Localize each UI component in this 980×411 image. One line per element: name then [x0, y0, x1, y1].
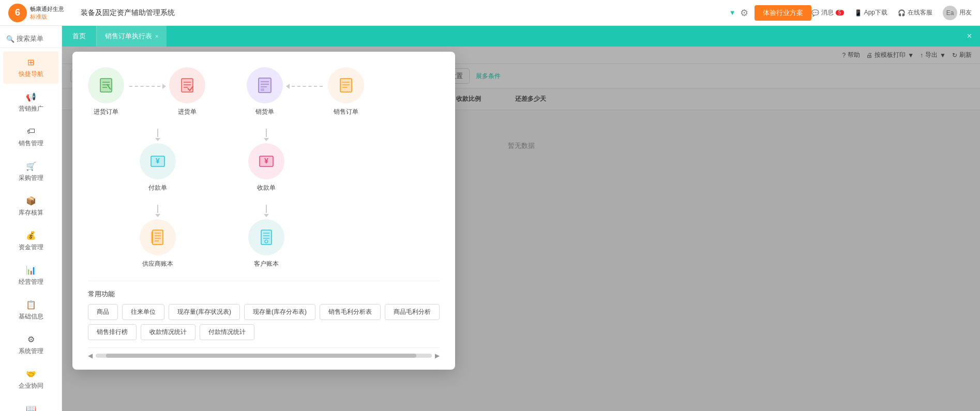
flow-row-3: 供应商账本: [140, 205, 440, 268]
trial-button[interactable]: 体验行业方案: [755, 5, 811, 21]
sidebar-item-basic[interactable]: 📋 基础信息: [3, 294, 58, 326]
cf-btn-stock-dist[interactable]: 现存量(库存分布表): [244, 304, 315, 320]
flow-node-purchase-order[interactable]: 进货订单: [88, 67, 124, 116]
app-download-item[interactable]: 📱 App下载: [854, 8, 887, 17]
cf-btn-product[interactable]: 商品: [88, 304, 118, 320]
cf-btn-sales-margin[interactable]: 销售毛利分析表: [320, 304, 381, 320]
cf-buttons-row1: 商品 往来单位 现存量(库存状况表) 现存量(库存分布表) 销售毛利分析表 商品…: [88, 304, 440, 320]
inventory-icon: 📦: [25, 195, 37, 206]
svg-rect-10: [259, 78, 271, 93]
scrollbar-thumb: [106, 354, 416, 358]
sidebar-item-system[interactable]: ⚙ 系统管理: [3, 328, 58, 361]
flow-receipt-col: ¥ 收款单: [248, 129, 284, 192]
sidebar-item-sales[interactable]: 🏷 销售管理: [3, 120, 58, 153]
svg-rect-0: [100, 79, 112, 92]
svg-rect-27: [153, 230, 163, 245]
customer-ledger-circle: [248, 219, 284, 255]
user-item[interactable]: Ea 用友: [943, 6, 972, 20]
window-close-icon[interactable]: ×: [967, 32, 972, 41]
app-icon: 📱: [854, 9, 862, 17]
system-title: 装备及固定资产辅助管理系统: [81, 8, 729, 18]
cf-btn-partner[interactable]: 往来单位: [122, 304, 164, 320]
purchase-order-circle: [88, 67, 124, 103]
logo-icon: 6: [8, 4, 27, 22]
sidebar-item-inventory[interactable]: 📦 库存核算: [3, 190, 58, 222]
flow-node-sales-bill[interactable]: 销货单: [247, 67, 283, 116]
flow-supplier-col: 供应商账本: [140, 205, 176, 268]
top-header: 6 畅康通好生意 标准版 装备及固定资产辅助管理系统 ▼ ⚙ 体验行业方案 💬 …: [0, 0, 980, 26]
supplier-ledger-label: 供应商账本: [142, 260, 173, 268]
cf-btn-receipt-stats[interactable]: 收款情况统计: [141, 324, 195, 340]
cf-buttons-row2: 销售排行榜 收款情况统计 付款情况统计: [88, 324, 440, 340]
online-service-item[interactable]: 🎧 在线客服: [898, 8, 932, 17]
scroll-right-icon[interactable]: ▶: [435, 352, 440, 359]
scrollbar-track[interactable]: [96, 354, 432, 358]
settings-btn[interactable]: ⚙: [740, 7, 748, 19]
modal-scrollbar: ◀ ▶: [88, 347, 440, 359]
operation-icon: 📊: [25, 264, 37, 276]
avatar: Ea: [943, 6, 957, 20]
purchase-order-label: 进货订单: [94, 108, 118, 116]
scroll-left-icon[interactable]: ◀: [88, 352, 93, 359]
flow-node-sales-order[interactable]: 销售订单: [328, 67, 364, 116]
flow-left: 进货订单: [88, 67, 205, 116]
purchase-bill-circle: [169, 67, 205, 103]
flow-right: 销货单: [247, 67, 364, 116]
sidebar: 🔍 搜索菜单 ⊞ 快捷导航 📢 营销推广 🏷 销售管理 🛒 采购管理 📦 库存核…: [0, 26, 62, 411]
svg-rect-16: [340, 79, 352, 92]
flow-node-payment[interactable]: ¥ 付款单: [140, 143, 176, 192]
cooperation-icon: 🤝: [25, 368, 37, 379]
sidebar-item-quick-nav[interactable]: ⊞ 快捷导航: [3, 51, 58, 84]
sidebar-item-marketing[interactable]: 📢 营销推广: [3, 86, 58, 118]
guide-icon: 📖: [25, 403, 37, 411]
tab-bar: 首页 销售订单执行表 × ×: [62, 26, 980, 47]
system-controls: ▼ ⚙: [729, 7, 748, 19]
dropdown-btn[interactable]: ▼: [729, 9, 736, 17]
flow-node-receipt[interactable]: ¥ 收款单: [248, 143, 284, 192]
arrow-purchase-to-bill: [127, 84, 166, 89]
svg-text:¥: ¥: [264, 157, 268, 165]
modal-box: 进货订单: [72, 52, 455, 370]
flow-diagram-row: 进货订单: [88, 67, 440, 116]
tab-close-icon[interactable]: ×: [155, 33, 158, 39]
supplier-ledger-circle: [140, 219, 176, 255]
service-icon: 🎧: [898, 9, 906, 17]
purchase-icon: 🛒: [25, 160, 37, 172]
sidebar-search[interactable]: 🔍 搜索菜单: [0, 30, 62, 48]
sidebar-item-finance[interactable]: 💰 资金管理: [3, 224, 58, 257]
cf-btn-stock-status[interactable]: 现存量(库存状况表): [169, 304, 240, 320]
common-functions-title: 常用功能: [88, 290, 440, 299]
sidebar-item-purchase[interactable]: 🛒 采购管理: [3, 155, 58, 188]
sales-order-label: 销售订单: [334, 108, 358, 116]
receipt-label: 收款单: [257, 184, 276, 192]
sales-order-circle: [328, 67, 364, 103]
cf-btn-sales-rank[interactable]: 销售排行榜: [88, 324, 137, 340]
message-item[interactable]: 💬 消息 5: [811, 8, 844, 17]
sidebar-item-cooperation[interactable]: 🤝 企业协同: [3, 363, 58, 395]
sidebar-item-operation[interactable]: 📊 经营管理: [3, 259, 58, 292]
customer-ledger-label: 客户账本: [254, 260, 279, 268]
cf-btn-payment-stats[interactable]: 付款情况统计: [200, 324, 254, 340]
message-badge: 5: [836, 10, 844, 16]
sidebar-item-guide[interactable]: 📖 新手引导: [3, 398, 58, 411]
quick-nav-icon: ⊞: [25, 56, 37, 68]
payment-circle: ¥: [140, 143, 176, 179]
svg-text:¥: ¥: [156, 157, 160, 165]
search-icon: 🔍: [6, 35, 14, 43]
flow-node-customer-ledger[interactable]: 客户账本: [248, 219, 284, 268]
message-icon: 💬: [811, 9, 819, 17]
flow-node-purchase-bill[interactable]: 进货单: [169, 67, 205, 116]
content-area: 首页 销售订单执行表 × × ? 帮助 🖨 按模板打印: [62, 26, 980, 411]
svg-rect-34: [261, 230, 272, 245]
flow-row-2: ¥ 付款单: [140, 129, 440, 192]
cf-btn-product-margin[interactable]: 商品毛利分析: [385, 304, 440, 320]
purchase-bill-label: 进货单: [178, 108, 197, 116]
main-layout: 🔍 搜索菜单 ⊞ 快捷导航 📢 营销推广 🏷 销售管理 🛒 采购管理 📦 库存核…: [0, 26, 980, 411]
logo-area: 6 畅康通好生意 标准版: [8, 4, 70, 22]
basic-icon: 📋: [25, 299, 37, 310]
flow-node-supplier-ledger[interactable]: 供应商账本: [140, 219, 176, 268]
page-content: ? 帮助 🖨 按模板打印 ▼ ↑ 导出 ▼ ↻ 刷: [62, 47, 980, 411]
flow-payment-col: ¥ 付款单: [140, 129, 176, 192]
tab-sales-order[interactable]: 销售订单执行表 ×: [96, 26, 167, 47]
tab-home[interactable]: 首页: [62, 26, 96, 47]
